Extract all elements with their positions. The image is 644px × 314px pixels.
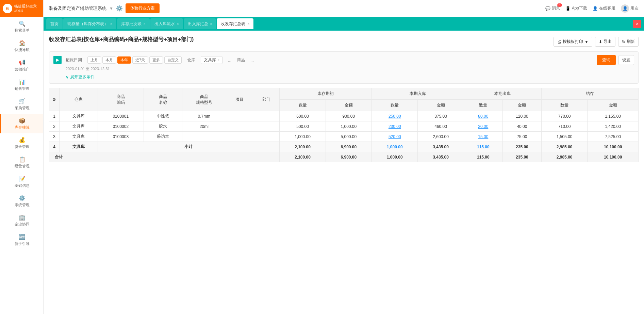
row-no: 3	[49, 132, 60, 142]
row-dept	[253, 111, 280, 121]
expand-conditions-button[interactable]: ∨ 展开更多条件	[66, 74, 634, 80]
refresh-button[interactable]: ↻ 刷新	[618, 37, 639, 47]
sales-icon: 📊	[19, 79, 26, 85]
sidebar-item-operations[interactable]: 📋经营管理	[0, 153, 43, 172]
date-btn-7days[interactable]: 近7天	[132, 56, 148, 64]
goods-more-dots[interactable]: ...	[250, 58, 254, 63]
row-bal-qty: 710.00	[541, 121, 587, 132]
refresh-icon: ↻	[622, 39, 625, 44]
total-row: 合计 2,100.00 6,900.00 1,000.00 3,435.00 1…	[49, 152, 639, 162]
subtotal-out-qty[interactable]: 115.00	[464, 142, 502, 152]
total-label: 合计	[49, 152, 280, 162]
sidebar-item-label-search: 搜索菜单	[15, 28, 30, 33]
subtotal-in-amt: 3,435.00	[418, 142, 464, 152]
tab-inout-summary[interactable]: 出入库汇总×	[184, 18, 216, 29]
date-btn-last-month[interactable]: 上月	[87, 56, 101, 64]
subtotal-label: 小计	[98, 142, 280, 152]
sidebar-item-purchase[interactable]: 🛒采购管理	[0, 95, 43, 114]
notification-icon: 💬	[545, 6, 550, 11]
close-window-button[interactable]: ×	[633, 20, 641, 28]
th-project: 项目	[226, 88, 253, 111]
total-in-qty: 1,000.00	[372, 152, 418, 162]
subtotal-warehouse: 文具库	[60, 142, 98, 152]
purchase-icon: 🛒	[19, 98, 26, 104]
tab-recv-send-summary[interactable]: 收发存汇总表×	[217, 18, 253, 29]
warehouse-more-dots[interactable]: ...	[228, 58, 231, 63]
inventory-icon: 📦	[19, 117, 26, 124]
subtotal-in-qty[interactable]: 1,000.00	[372, 142, 418, 152]
total-in-amt: 3,435.00	[418, 152, 464, 162]
row-out-qty[interactable]: 15.00	[464, 132, 502, 142]
row-in-qty[interactable]: 230.00	[372, 121, 418, 132]
header-right: 💬 6 消息 📱 App下载 👤 在线客服 👤 用友	[545, 4, 639, 13]
date-btn-this-month[interactable]: 本月	[102, 56, 116, 64]
row-out-qty[interactable]: 80.00	[464, 111, 502, 121]
sidebar-item-basic-info[interactable]: 📝基础信息	[0, 172, 43, 192]
sidebar-item-quick-nav[interactable]: 🏠快捷导航	[0, 36, 43, 56]
sidebar-item-label-guide: 新手引导	[15, 241, 30, 246]
main-area: 装备及固定资产辅助管理系统 ▼ ⚙️ 体验行业方案 💬 6 消息 📱 App下载…	[44, 0, 644, 314]
tab-home[interactable]: 首页	[46, 18, 63, 29]
row-code: 0100001	[98, 111, 144, 121]
export-button[interactable]: ⬇ 导出	[595, 37, 615, 47]
header-left: 装备及固定资产辅助管理系统 ▼ ⚙️ 体验行业方案	[49, 3, 160, 13]
header-settings-icon[interactable]: ⚙️	[116, 5, 123, 12]
subtotal-bal-amt: 10,100.00	[588, 142, 639, 152]
user-name-label: 用友	[630, 5, 639, 11]
warehouse-tag-close[interactable]: ×	[217, 58, 219, 62]
row-in-qty[interactable]: 250.00	[372, 111, 418, 121]
tab-close-inout-flow[interactable]: ×	[177, 22, 179, 26]
marketing-icon: 📢	[19, 59, 26, 66]
row-warehouse: 文具库	[60, 121, 98, 132]
warehouse-tag: 文具库 ×	[201, 56, 222, 64]
print-button[interactable]: 🖨 按模板打印 ▼	[554, 37, 592, 47]
sidebar-item-inventory[interactable]: 📦库存核算	[0, 114, 43, 133]
user-area[interactable]: 👤 用友	[621, 4, 639, 13]
th-bal-qty: 数量	[541, 100, 587, 111]
app-download-area[interactable]: 📱 App下载	[565, 5, 587, 11]
sidebar-item-marketing[interactable]: 📢营销推广	[0, 56, 43, 75]
date-btn-more[interactable]: 更多	[149, 56, 163, 64]
sidebar-item-label-enterprise: 企业协同	[15, 222, 30, 227]
date-btn-this-year[interactable]: 本年	[117, 56, 131, 64]
sidebar-item-finance[interactable]: 💰资金管理	[0, 133, 43, 153]
tab-close-inout-summary[interactable]: ×	[210, 22, 212, 26]
sidebar-item-search[interactable]: 🔍搜索菜单	[0, 17, 43, 36]
export-icon: ⬇	[599, 39, 602, 44]
subtotal-open-qty: 2,100.00	[280, 142, 326, 152]
row-warehouse: 文具库	[60, 132, 98, 142]
tab-close-batch[interactable]: ×	[144, 22, 146, 26]
table-footer: 合计 2,100.00 6,900.00 1,000.00 3,435.00 1…	[49, 152, 639, 162]
tab-close-recv-send-summary[interactable]: ×	[247, 22, 249, 26]
th-open-amt: 金额	[326, 100, 371, 111]
tab-stock-dist[interactable]: 现存量（库存分布表）×	[63, 18, 116, 29]
tab-inout-flow[interactable]: 出入库流水×	[150, 18, 183, 29]
row-in-amt: 2,600.00	[418, 132, 464, 142]
app-download-label: App下载	[572, 5, 587, 11]
tab-close-stock-dist[interactable]: ×	[110, 22, 112, 26]
tab-batch[interactable]: 库存批次账×	[117, 18, 150, 29]
quick-nav-icon: 🏠	[19, 40, 26, 46]
system-name: 装备及固定资产辅助管理系统	[49, 5, 106, 12]
filter-toggle[interactable]: ▶	[53, 56, 62, 64]
notification-area[interactable]: 💬 6 消息	[545, 5, 560, 11]
warehouse-label: 仓库	[187, 57, 195, 63]
trial-button[interactable]: 体验行业方案	[126, 3, 160, 13]
header-dropdown-icon[interactable]: ▼	[109, 6, 113, 11]
online-service-area[interactable]: 👤 在线客服	[593, 5, 615, 11]
th-balance: 结存	[541, 88, 638, 100]
row-project	[226, 111, 253, 121]
th-settings[interactable]: ⚙	[49, 88, 60, 111]
sidebar-item-sales[interactable]: 📊销售管理	[0, 75, 43, 95]
sidebar-item-enterprise[interactable]: 🏢企业协同	[0, 211, 43, 230]
row-in-qty[interactable]: 520.00	[372, 132, 418, 142]
date-btn-custom[interactable]: 自定义	[164, 56, 182, 64]
row-out-qty[interactable]: 20.00	[464, 121, 502, 132]
sidebar-item-guide[interactable]: 🆕新手引导	[0, 230, 43, 250]
row-out-amt: 120.00	[502, 111, 541, 121]
settings-button[interactable]: 设置	[618, 55, 634, 65]
subtotal-bal-qty: 2,985.00	[541, 142, 587, 152]
sidebar-item-system[interactable]: ⚙️系统管理	[0, 192, 43, 211]
row-spec: 20ml	[182, 121, 226, 132]
query-button[interactable]: 查询	[597, 55, 616, 65]
